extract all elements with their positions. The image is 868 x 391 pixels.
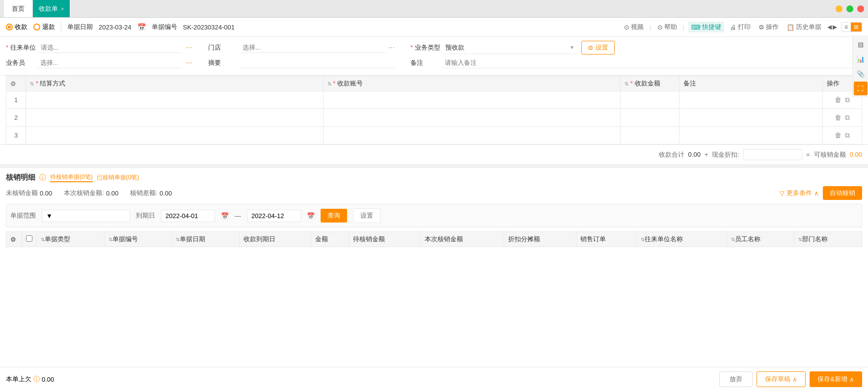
save-arrow: ∧ [849, 376, 854, 383]
verification-info-icon[interactable]: ⓘ [39, 173, 46, 182]
row-3-settlement[interactable] [26, 127, 324, 144]
row-3-delete-icon[interactable]: 🗑 [835, 131, 841, 139]
row-2-remark[interactable] [679, 109, 823, 127]
close-button[interactable] [857, 5, 864, 12]
receipt-table: ⚙ ⇅ 结算方式 ⇅ 收款账号 ⇅ 收款金额 备注 [6, 76, 862, 144]
video-icon: ⊙ [624, 24, 629, 31]
row-2-actions: 🗑 ⧉ [823, 109, 862, 127]
view-list-btn[interactable]: ≡ [841, 23, 851, 31]
date-from-input[interactable] [161, 210, 215, 222]
row-2-account[interactable] [323, 109, 621, 127]
row-3-account[interactable] [323, 127, 621, 144]
row-2-copy-icon[interactable]: ⧉ [845, 113, 850, 121]
row-1-num: 1 [6, 91, 26, 109]
row-2-delete-icon[interactable]: 🗑 [835, 113, 841, 121]
tab-bar: 首页 收款单 × [0, 0, 868, 18]
row-1-account[interactable] [323, 91, 621, 109]
row-3-remark[interactable] [679, 127, 823, 144]
unchecked-value: 0.00 [40, 190, 52, 197]
radio-refund[interactable]: 退款 [33, 23, 55, 31]
row-1-amount[interactable] [621, 91, 679, 109]
row-3-copy-icon[interactable]: ⧉ [845, 131, 850, 139]
history-btn[interactable]: 📋 历史单据 [785, 22, 823, 32]
row-2-settlement[interactable] [26, 109, 324, 127]
draft-button[interactable]: 保存草稿 ∧ [757, 371, 806, 387]
shortcut-btn[interactable]: ⌨ 快捷键 [688, 22, 724, 32]
table-gear-icon[interactable]: ⚙ [10, 80, 16, 87]
main-container: 收款 退款 单据日期 2023-03-24 📅 单据编号 SK-20230324… [0, 18, 868, 391]
discard-button[interactable]: 放弃 [719, 371, 753, 387]
verification-title: 核销明细 [6, 173, 35, 182]
nav-next-btn[interactable]: ▶ [833, 24, 837, 30]
bottom-bar: 本单上欠 ⓘ 0.00 放弃 保存草稿 ∧ 保存&新增 ∧ [0, 367, 868, 391]
staff-field: 业务员 ··· [6, 57, 192, 68]
nav-prev-btn[interactable]: ◀ [827, 24, 832, 30]
date-to-input[interactable] [247, 210, 301, 222]
counterparty-input[interactable] [38, 42, 182, 53]
print-btn[interactable]: 🖨 打印 [728, 22, 753, 32]
tab-receipt[interactable]: 收款单 × [33, 0, 70, 17]
pending-tab[interactable]: 待核销单据(0笔) [50, 173, 93, 182]
sidebar-table-icon[interactable]: ▤ [854, 37, 868, 51]
sidebar-chart-icon[interactable]: 📊 [854, 52, 868, 66]
row-2-amount[interactable] [621, 109, 679, 127]
radio-refund-dot [33, 24, 40, 30]
counterparty-more-icon[interactable]: ··· [186, 43, 192, 52]
table-row: 3 🗑 ⧉ [6, 127, 862, 144]
operation-btn[interactable]: ⚙ 操作 [757, 22, 781, 32]
date-value: 2023-03-24 [99, 24, 132, 31]
store-field: 门店 ··· [208, 42, 395, 53]
checkbox-col-header[interactable] [22, 232, 37, 247]
row-3-amount[interactable] [621, 127, 679, 144]
store-input[interactable] [240, 42, 384, 53]
query-button[interactable]: 查询 [321, 209, 347, 223]
radio-receipt[interactable]: 收款 [6, 23, 27, 31]
minimize-button[interactable] [836, 5, 842, 12]
row-1-remark[interactable] [679, 91, 823, 109]
sidebar-clip-icon[interactable]: 📎 [854, 67, 868, 81]
print-icon: 🖨 [730, 24, 736, 31]
store-more-icon[interactable]: ··· [388, 43, 395, 52]
auto-verify-button[interactable]: 自动核销 [823, 186, 862, 200]
verification-section: 核销明细 ⓘ 待核销单据(0笔) 已核销单据(0笔) 未核销金额 0.00 本次… [0, 168, 868, 367]
remark-header-label: 备注 [683, 80, 696, 87]
staff-input[interactable] [37, 57, 182, 68]
filter-settings-button[interactable]: 设置 [353, 208, 380, 223]
calendar-to-icon[interactable]: 📅 [307, 212, 315, 220]
completed-tab[interactable]: 已核销单据(0笔) [97, 173, 139, 182]
select-all-checkbox[interactable] [26, 235, 32, 242]
sidebar-screen-icon[interactable]: ⛶ [854, 82, 868, 95]
business-type-select[interactable]: 预收款 ▼ [442, 42, 577, 54]
view-grid-btn[interactable]: ⊞ [851, 23, 862, 31]
bottom-info-value: 0.00 [42, 376, 54, 383]
help-btn[interactable]: ⊙ 帮助 [655, 22, 679, 32]
counterparty-label: 往来单位 [6, 43, 36, 52]
plus-sign: + [705, 151, 708, 158]
calendar-icon[interactable]: 📅 [137, 23, 146, 31]
row-1-delete-icon[interactable]: 🗑 [835, 96, 841, 104]
row-1-copy-icon[interactable]: ⧉ [845, 96, 850, 104]
tab-home[interactable]: 首页 [4, 0, 33, 17]
more-conditions-btn[interactable]: ▽ 更多条件 ∧ [780, 189, 819, 197]
calendar-from-icon[interactable]: 📅 [221, 212, 229, 220]
draft-label: 保存草稿 [765, 375, 790, 384]
gear-col-header[interactable]: ⚙ [6, 232, 22, 247]
video-btn[interactable]: ⊙ 视频 [622, 22, 646, 32]
bottom-gear-icon[interactable]: ⚙ [10, 236, 16, 243]
bottom-table-container[interactable]: ⚙ ⇅单据类型 ⇅单据编号 ⇅单据日期 收款到期日 金额 待核销金额 本次核销金… [6, 231, 862, 362]
remark-input[interactable] [442, 57, 862, 68]
maximize-button[interactable] [846, 5, 853, 12]
toolbar: 收款 退款 单据日期 2023-03-24 📅 单据编号 SK-20230324… [0, 18, 868, 37]
pending-col-header: 待核销金额 [349, 232, 420, 247]
tab-close-icon[interactable]: × [61, 6, 64, 12]
radio-receipt-label: 收款 [15, 23, 27, 31]
range-select[interactable]: ▼ [42, 210, 130, 222]
gear-header[interactable]: ⚙ [6, 76, 26, 91]
discount-input[interactable] [743, 149, 802, 160]
settings-button[interactable]: ⚙ 设置 [581, 41, 615, 55]
summary-input[interactable] [240, 57, 395, 68]
staff-more-icon[interactable]: ··· [186, 58, 192, 67]
save-button[interactable]: 保存&新增 ∧ [810, 371, 862, 387]
row-1-settlement[interactable] [26, 91, 324, 109]
view-toggles: ≡ ⊞ [841, 22, 862, 32]
